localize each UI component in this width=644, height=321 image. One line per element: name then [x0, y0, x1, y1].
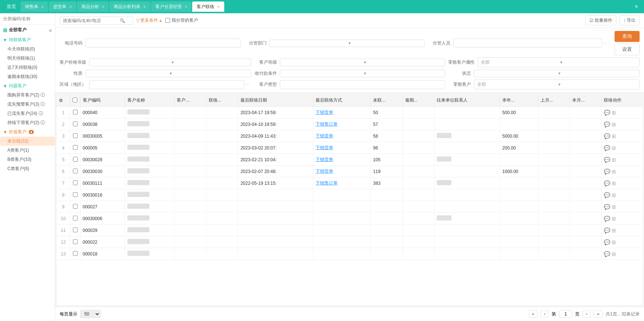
- close-tab-purchase[interactable]: ×: [69, 4, 71, 9]
- row-check[interactable]: [70, 248, 80, 260]
- grid-action-icon[interactable]: ⊞: [612, 157, 616, 163]
- chat-icon[interactable]: 💬: [604, 180, 610, 186]
- tab-product-analysis-list[interactable]: 商品分析列表 ×: [109, 1, 150, 12]
- close-tab-product-analysis[interactable]: ×: [102, 4, 104, 9]
- sidebar-item-c-class[interactable]: C类客户(6): [0, 164, 55, 173]
- chat-icon[interactable]: 💬: [604, 204, 610, 210]
- close-tab-product-list[interactable]: ×: [143, 4, 145, 9]
- tab-sales-order[interactable]: 销售单 ×: [21, 1, 48, 12]
- sidebar-group-pending[interactable]: ▼ 待联络客户: [0, 35, 55, 45]
- more-conditions-btn[interactable]: ▽ 更多条件 ▲: [136, 17, 162, 24]
- grid-action-icon[interactable]: ⊞: [612, 204, 616, 210]
- tab-product-analysis[interactable]: 商品分析 ×: [77, 1, 109, 12]
- settings-col-header[interactable]: ⚙: [57, 94, 70, 107]
- tab-customer-contact[interactable]: 客户联络 ×: [192, 1, 224, 12]
- sidebar-item-tomorrow[interactable]: 明天待联络(1): [0, 54, 55, 63]
- grid-action-icon[interactable]: ⊞: [612, 227, 616, 233]
- chat-icon[interactable]: 💬: [604, 227, 610, 233]
- row-check[interactable]: [70, 201, 80, 213]
- dept-select[interactable]: ▼: [270, 39, 425, 47]
- search-icon[interactable]: 🔍: [120, 18, 125, 23]
- sidebar-item-churned[interactable]: 已流失客户(24) ⓘ: [0, 109, 55, 118]
- last-way-link[interactable]: 下销货单: [316, 157, 333, 162]
- last-way-link[interactable]: 下销售订单: [316, 121, 338, 127]
- search-box[interactable]: 🔍: [60, 17, 133, 25]
- retail-cust-select[interactable]: 全部 ▼: [474, 80, 640, 89]
- batch-op-btn[interactable]: ☑ 批量操作: [585, 15, 616, 25]
- sidebar-item-7days[interactable]: 近7天待联络(0): [0, 63, 55, 72]
- tab-purchase-order[interactable]: 进货单 ×: [49, 1, 76, 12]
- price-level-select[interactable]: ▼: [89, 59, 251, 66]
- sidebar-group-problem[interactable]: ▼ 问题客户: [0, 81, 55, 91]
- grid-action-icon[interactable]: ⊞: [612, 133, 616, 139]
- sidebar-item-today[interactable]: 今天待联络(0): [0, 45, 55, 54]
- my-customers-label[interactable]: 我分管的客户: [165, 17, 198, 24]
- select-all-checkbox[interactable]: [73, 98, 77, 102]
- export-btn[interactable]: ↑ 导出: [619, 15, 640, 25]
- sidebar-all-customers[interactable]: ⊞ 全部客户 «: [0, 25, 55, 35]
- next-page-btn[interactable]: ›: [583, 310, 591, 318]
- per-page-select[interactable]: 50 20 100: [80, 310, 101, 318]
- grid-action-icon[interactable]: ⊞: [612, 251, 616, 257]
- sidebar-item-abnormal[interactable]: 囤购异常客户(2) ⓘ: [0, 91, 55, 100]
- chat-icon[interactable]: 💬: [604, 133, 610, 139]
- last-page-btn[interactable]: »: [594, 310, 603, 318]
- my-customers-checkbox[interactable]: [165, 18, 170, 23]
- close-tab-sales[interactable]: ×: [41, 4, 43, 9]
- grid-action-icon[interactable]: ⊞: [612, 239, 616, 245]
- sidebar-item-overdue[interactable]: 逾期未联络(30): [0, 72, 55, 81]
- nav-home[interactable]: 首页: [3, 3, 20, 10]
- last-way-link[interactable]: 下销货单: [316, 169, 333, 174]
- close-tab-segment[interactable]: ×: [185, 4, 187, 9]
- grid-action-icon[interactable]: ⊞: [612, 121, 616, 127]
- search-input[interactable]: [63, 18, 118, 23]
- chat-icon[interactable]: 💬: [604, 145, 610, 151]
- close-tab-contact[interactable]: ×: [217, 4, 219, 9]
- status-select[interactable]: ▼: [474, 70, 640, 77]
- tab-customer-segment[interactable]: 客户分层经营 ×: [151, 1, 191, 12]
- collapse-sidebar-icon[interactable]: «: [49, 27, 52, 33]
- payment-select[interactable]: ▼: [280, 70, 446, 77]
- last-way-link[interactable]: 下销售订单: [316, 180, 338, 186]
- grid-action-icon[interactable]: ⊞: [612, 180, 616, 186]
- nature-select[interactable]: ▼: [85, 70, 251, 77]
- chat-icon[interactable]: 💬: [604, 192, 610, 198]
- chat-icon[interactable]: 💬: [604, 121, 610, 127]
- phone-input[interactable]: [85, 39, 241, 47]
- window-close-icon[interactable]: ×: [632, 3, 641, 10]
- grid-action-icon[interactable]: ⊞: [612, 216, 616, 222]
- region-dots-icon[interactable]: ···: [244, 82, 251, 87]
- row-check[interactable]: [70, 213, 80, 225]
- chat-icon[interactable]: 💬: [604, 157, 610, 163]
- prev-page-btn[interactable]: ‹: [541, 310, 549, 318]
- page-number-input[interactable]: [559, 310, 572, 318]
- retail-attr-select[interactable]: 全部 ▼: [478, 57, 640, 67]
- chat-icon[interactable]: 💬: [604, 239, 610, 245]
- row-check[interactable]: [70, 225, 80, 236]
- manager-input[interactable]: [453, 39, 602, 47]
- sidebar-item-a-class[interactable]: A类客户(1): [0, 146, 55, 155]
- last-way-link[interactable]: 下销货单: [316, 110, 333, 115]
- region-input[interactable]: [89, 80, 244, 89]
- sidebar-item-ungrouped[interactable]: 未分组(32): [0, 137, 55, 146]
- row-check[interactable]: [70, 236, 80, 248]
- last-way-link[interactable]: 下销货单: [316, 145, 333, 150]
- row-check[interactable]: [70, 107, 80, 119]
- grid-action-icon[interactable]: ⊞: [612, 145, 616, 151]
- chat-icon[interactable]: 💬: [604, 169, 610, 174]
- cust-type-input[interactable]: [280, 80, 446, 89]
- chat-icon[interactable]: 💬: [604, 110, 610, 116]
- sidebar-group-value[interactable]: ▼ 价值客户 ●: [0, 127, 55, 137]
- first-page-btn[interactable]: «: [529, 310, 538, 318]
- row-check[interactable]: [70, 142, 80, 154]
- cust-level-select[interactable]: ▼: [280, 59, 446, 66]
- row-check[interactable]: [70, 154, 80, 166]
- row-check[interactable]: [70, 177, 80, 189]
- chat-icon[interactable]: 💬: [604, 251, 610, 257]
- grid-action-icon[interactable]: ⊞: [612, 110, 616, 116]
- check-col-header[interactable]: [70, 94, 80, 107]
- row-check[interactable]: [70, 166, 80, 177]
- chat-icon[interactable]: 💬: [604, 216, 610, 222]
- row-check[interactable]: [70, 119, 80, 130]
- sidebar-item-declining[interactable]: 持续下滑客户(2) ⓘ: [0, 118, 55, 127]
